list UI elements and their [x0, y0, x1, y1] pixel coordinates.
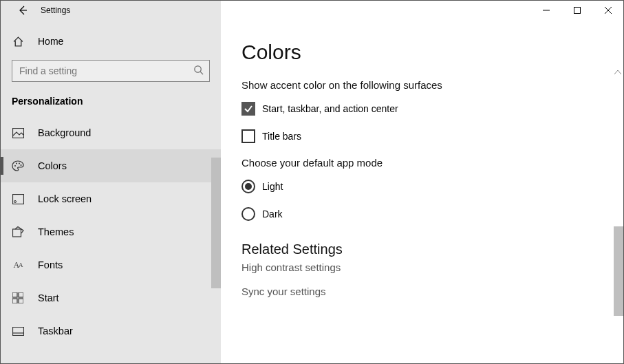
sidebar-item-label: Taskbar [38, 325, 73, 336]
sidebar-item-background[interactable]: Background [1, 116, 221, 149]
radio-label: Dark [262, 208, 283, 220]
svg-rect-16 [19, 292, 23, 297]
lockscreen-icon [12, 194, 24, 204]
content: Colors Show accent color on the followin… [221, 20, 623, 363]
category-label: Personalization [1, 89, 221, 116]
sidebar-item-label: Fonts [38, 259, 63, 270]
checkbox-label: Title bars [262, 131, 301, 142]
start-icon [12, 292, 24, 303]
radio-light[interactable] [241, 180, 255, 193]
sidebar-item-start[interactable]: Start [1, 281, 221, 314]
window-title: Settings [34, 6, 70, 15]
sidebar-item-taskbar[interactable]: Taskbar [1, 314, 221, 347]
radio-label: Light [262, 181, 283, 192]
accent-surfaces-label: Show accent color on the following surfa… [241, 79, 603, 91]
maximize-button[interactable] [561, 1, 592, 20]
svg-rect-2 [574, 8, 580, 14]
svg-rect-18 [19, 299, 23, 303]
svg-point-8 [14, 165, 16, 167]
themes-icon [12, 226, 24, 237]
sidebar-item-label: Start [38, 292, 59, 303]
svg-rect-15 [12, 292, 17, 297]
search-field[interactable] [18, 65, 193, 77]
sidebar-item-colors[interactable]: Colors [1, 149, 221, 182]
palette-icon [12, 160, 24, 171]
sidebar-item-label: Background [38, 127, 91, 138]
page-title: Colors [241, 41, 603, 64]
sidebar: Home Personalization [1, 20, 221, 363]
home-button[interactable]: Home [1, 27, 221, 56]
taskbar-icon [12, 327, 24, 336]
sidebar-item-label: Lock screen [38, 193, 92, 204]
sidebar-scrollbar[interactable] [211, 158, 221, 288]
search-input[interactable] [12, 60, 210, 82]
scroll-up-icon[interactable] [614, 68, 621, 76]
link-sync-settings[interactable]: Sync your settings [241, 286, 603, 297]
back-button[interactable] [12, 1, 34, 20]
content-scrollbar[interactable] [614, 226, 623, 316]
sidebar-item-label: Themes [38, 226, 74, 237]
related-settings-heading: Related Settings [241, 242, 603, 257]
search-icon [193, 65, 204, 77]
svg-point-13 [14, 200, 16, 202]
sidebar-item-themes[interactable]: Themes [1, 215, 221, 248]
checkbox-start-taskbar[interactable] [241, 102, 255, 116]
fonts-icon: AA [12, 260, 24, 270]
svg-rect-17 [12, 299, 17, 303]
sidebar-item-fonts[interactable]: AA Fonts [1, 248, 221, 281]
svg-point-5 [195, 66, 201, 72]
svg-point-11 [21, 164, 22, 166]
link-high-contrast[interactable]: High contrast settings [241, 261, 603, 273]
close-button[interactable] [592, 1, 623, 20]
app-mode-label: Choose your default app mode [241, 157, 603, 169]
svg-rect-19 [12, 327, 23, 335]
checkbox-titlebars[interactable] [241, 129, 255, 143]
radio-dark[interactable] [241, 207, 255, 221]
home-icon [12, 36, 24, 47]
svg-rect-14 [12, 229, 21, 237]
minimize-button[interactable] [530, 1, 561, 20]
svg-point-10 [19, 163, 20, 164]
sidebar-item-label: Colors [38, 160, 67, 171]
checkbox-label: Start, taskbar, and action center [262, 103, 398, 114]
picture-icon [12, 128, 24, 138]
svg-line-6 [200, 72, 203, 74]
home-label: Home [38, 36, 63, 47]
svg-point-9 [16, 163, 17, 164]
sidebar-item-lockscreen[interactable]: Lock screen [1, 182, 221, 215]
